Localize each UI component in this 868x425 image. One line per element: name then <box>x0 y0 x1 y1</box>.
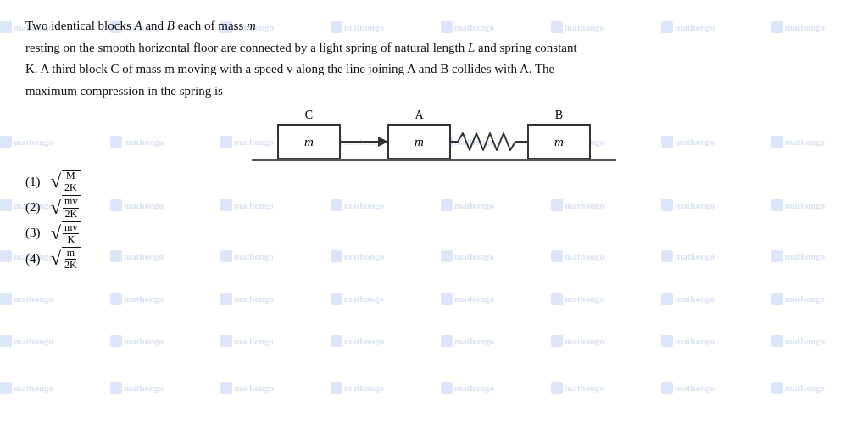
option-4-numerator: m <box>65 248 76 260</box>
watermark: mathongo <box>0 382 53 394</box>
option-2-sqrt: √ mv 2K <box>51 195 81 219</box>
floor-line <box>252 159 616 161</box>
option-3-sqrt: √ mv K <box>51 221 81 245</box>
watermark: mathongo <box>441 335 494 347</box>
watermark: mathongo <box>220 335 274 347</box>
watermark: mathongo <box>220 293 274 305</box>
watermark: mathongo <box>661 335 715 347</box>
diagram-area: C A B m m <box>25 109 843 159</box>
option-4-label: (4) <box>25 248 46 271</box>
option-4: (4) √ m 2K <box>25 247 843 271</box>
option-2-denominator: 2K <box>63 209 79 220</box>
watermark: mathongo <box>110 335 164 347</box>
watermark: mathongo <box>771 382 825 394</box>
main-content: Two identical blocks A and B each of mas… <box>0 0 868 280</box>
watermark: mathongo <box>331 293 384 305</box>
options-area: (1) √ M 2K (2) √ mv 2K <box>25 170 843 271</box>
option-3-numerator: mv <box>63 222 79 234</box>
watermark: mathongo <box>661 382 715 394</box>
option-2-numerator: mv <box>63 196 79 208</box>
watermark: mathongo <box>110 382 164 394</box>
watermark: mathongo <box>220 382 274 394</box>
option-4-denominator: 2K <box>63 260 79 271</box>
option-1-label: (1) <box>25 171 46 193</box>
option-1-sqrt: √ M 2K <box>51 170 81 193</box>
watermark: mathongo <box>331 382 384 394</box>
block-a-label: A <box>387 109 451 122</box>
watermark: mathongo <box>110 293 164 305</box>
option-1-numerator: M <box>64 171 77 182</box>
option-1-denominator: 2K <box>63 182 79 193</box>
option-2: (2) √ mv 2K <box>25 195 843 219</box>
watermark: mathongo <box>441 382 494 394</box>
spring <box>451 124 527 159</box>
watermark: mathongo <box>331 335 384 347</box>
block-a: m <box>387 124 451 159</box>
watermark: mathongo <box>551 382 604 394</box>
watermark: mathongo <box>0 293 53 305</box>
arrow <box>341 141 387 143</box>
watermark: mathongo <box>441 293 494 305</box>
option-3-denominator: K <box>65 234 76 245</box>
watermark: mathongo <box>551 293 604 305</box>
option-3: (3) √ mv K <box>25 221 843 245</box>
watermark: mathongo <box>771 335 825 347</box>
block-b: m <box>527 124 591 159</box>
watermark: mathongo <box>661 293 715 305</box>
block-b-label: B <box>527 109 591 122</box>
option-3-label: (3) <box>25 221 46 244</box>
watermark: mathongo <box>0 335 53 347</box>
watermark: mathongo <box>771 293 825 305</box>
problem-line2: resting on the smooth horizontal floor a… <box>25 37 843 59</box>
watermark: mathongo <box>551 335 604 347</box>
block-c: m <box>277 124 341 159</box>
problem-statement: Two identical blocks A and B each of mas… <box>25 15 843 102</box>
option-2-label: (2) <box>25 196 46 219</box>
option-4-sqrt: √ m 2K <box>51 247 81 271</box>
option-1: (1) √ M 2K <box>25 170 843 193</box>
problem-line1: Two identical blocks A and B each of mas… <box>25 15 843 37</box>
problem-line3: K. A third block C of mass m moving with… <box>25 59 843 81</box>
spring-svg <box>451 129 527 154</box>
block-c-label: C <box>277 109 341 122</box>
problem-line4: maximum compression in the spring is <box>25 81 843 103</box>
